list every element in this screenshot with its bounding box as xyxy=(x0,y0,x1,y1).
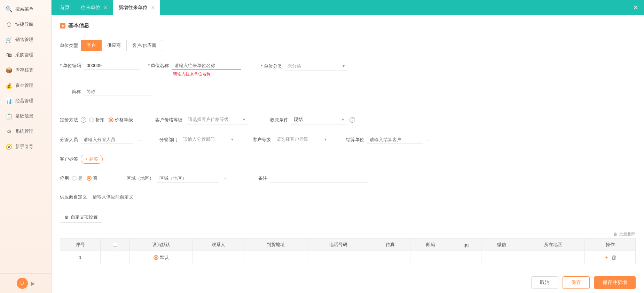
manager-input[interactable] xyxy=(81,136,133,144)
sidebar-item-guide[interactable]: 🧭 新手引导 xyxy=(0,139,51,154)
unit-btn-supplier[interactable]: 供应商 xyxy=(102,40,127,51)
cell-region[interactable] xyxy=(522,251,585,264)
pricing-help-icon[interactable]: ? xyxy=(81,117,86,123)
tab-new-partner[interactable]: 新增往来单位 ✕ xyxy=(113,0,160,15)
sidebar-item-sales[interactable]: 🛒 销售管理 xyxy=(0,32,51,47)
manager-row: 分管人员 ··· 分管部门 请输入分管部门 ▾ 客户等级 请选择客户等级 ▾ 结… xyxy=(60,135,636,144)
custom-settings-button[interactable]: ⚙ 自定义项设置 xyxy=(60,212,102,223)
sidebar-item-finance[interactable]: 💰 资金管理 xyxy=(0,78,51,93)
sidebar-item-basic[interactable]: 📋 基础信息 xyxy=(0,108,51,124)
unit-btn-customer[interactable]: 客户 xyxy=(81,40,102,51)
sidebar-item-operations[interactable]: 📊 经营管理 xyxy=(0,93,51,108)
unit-type-row: 单位类型 客户 供应商 客户/供应商 xyxy=(60,40,636,51)
cell-checkbox[interactable] xyxy=(101,251,130,264)
col-email: 邮箱 xyxy=(410,239,451,251)
remark-input[interactable] xyxy=(270,174,368,182)
cell-fax[interactable] xyxy=(370,251,410,264)
tab-bar: 首页 往来单位 ✕ 新增往来单位 ✕ ✕ xyxy=(52,0,644,15)
customer-tag-row: 客户标签 + 标签 xyxy=(60,155,636,164)
section-icon: ■ xyxy=(60,23,65,29)
col-actions: 操作 xyxy=(585,239,636,251)
settlement-unit-group: 结算单位 ··· xyxy=(346,136,432,144)
unit-type-group: 单位类型 客户 供应商 客户/供应商 xyxy=(60,40,162,51)
settlement-more-btn[interactable]: ··· xyxy=(425,137,432,143)
region-input[interactable] xyxy=(157,174,219,182)
unit-name-input[interactable] xyxy=(172,62,241,70)
tab-home[interactable]: 首页 xyxy=(54,0,75,15)
customer-level-select[interactable]: 请选择客户等级 ▾ xyxy=(274,135,329,144)
cell-email[interactable] xyxy=(410,251,451,264)
save-button[interactable]: 保存 xyxy=(563,276,590,289)
tab-partners-close[interactable]: ✕ xyxy=(104,5,107,10)
row-checkbox[interactable] xyxy=(113,255,117,259)
delete-row-btn[interactable]: 🗑 xyxy=(611,254,617,261)
sidebar-item-label: 资金管理 xyxy=(15,82,33,89)
sidebar-expand-icon[interactable]: ▶ xyxy=(31,280,35,287)
batch-delete-icon: 🗑 xyxy=(613,232,618,237)
customer-price-level-select[interactable]: 请选择客户价格等级 ▾ xyxy=(185,115,248,124)
sidebar-item-label: 搜索菜单 xyxy=(15,6,33,12)
radio-no[interactable]: 否 xyxy=(87,175,97,181)
main-area: 首页 往来单位 ✕ 新增往来单位 ✕ ✕ ■ 基本信息 单位类型 客户 供应 xyxy=(52,0,644,293)
manager-more-btn[interactable]: ··· xyxy=(136,137,143,143)
batch-delete-btn[interactable]: 🗑 批量删除 xyxy=(60,231,636,237)
cell-contact[interactable] xyxy=(193,251,244,264)
tab-new-partner-label: 新增往来单位 xyxy=(118,5,148,11)
disabled-group: 停用 是 否 xyxy=(60,175,97,181)
customer-level-group: 客户等级 请选择客户等级 ▾ xyxy=(253,135,329,144)
payment-help-icon[interactable]: ? xyxy=(350,117,355,123)
unit-category-select[interactable]: 未分类 ▾ xyxy=(285,62,347,71)
custom-settings-row: ⚙ 自定义项设置 xyxy=(60,212,636,223)
quicknav-icon: ⬡ xyxy=(6,21,13,28)
cell-phone[interactable] xyxy=(307,251,370,264)
unit-btn-both[interactable]: 客户/供应商 xyxy=(127,40,162,51)
customer-price-level-label: 客户价格等级 xyxy=(155,117,182,123)
cancel-button[interactable]: 取消 xyxy=(531,276,558,289)
select-all-checkbox[interactable] xyxy=(113,242,117,246)
cell-qq[interactable] xyxy=(451,251,481,264)
tab-new-partner-close[interactable]: ✕ xyxy=(151,5,155,10)
add-tag-button[interactable]: + 标签 xyxy=(81,155,103,164)
radio-price-level-circle xyxy=(109,117,113,122)
short-name-label: 简称 xyxy=(60,89,81,95)
customer-level-label: 客户等级 xyxy=(253,137,271,143)
sidebar-item-search[interactable]: 🔍 搜索菜单 xyxy=(0,1,51,17)
unit-code-input[interactable] xyxy=(84,62,140,70)
save-and-new-button[interactable]: 保存并新增 xyxy=(594,276,636,289)
department-select[interactable]: 请输入分管部门 ▾ xyxy=(180,135,236,144)
radio-discount-circle xyxy=(89,117,94,122)
radio-price-level[interactable]: 价格等级 xyxy=(109,117,133,123)
pricing-method-label: 定价方法 xyxy=(60,117,78,123)
user-avatar[interactable]: U xyxy=(17,278,28,289)
sidebar-item-quicknav[interactable]: ⬡ 快捷导航 xyxy=(0,17,51,32)
short-name-group: 简称 xyxy=(60,88,153,96)
default-radio[interactable]: 默认 xyxy=(133,254,189,261)
radio-discount-label: 折扣 xyxy=(95,117,104,123)
short-name-row: 简称 xyxy=(60,88,636,96)
sidebar-item-inventory[interactable]: 📦 库存核算 xyxy=(0,63,51,78)
supplier-custom-input[interactable] xyxy=(90,193,194,201)
cell-wechat[interactable] xyxy=(481,251,522,264)
system-icon: ⚙ xyxy=(6,128,13,135)
radio-yes[interactable]: 是 xyxy=(72,175,83,181)
unit-category-group: * 单位分类 未分类 ▾ xyxy=(261,62,347,71)
radio-price-level-label: 价格等级 xyxy=(115,117,133,123)
cell-address[interactable] xyxy=(244,251,307,264)
tab-bar-close-btn[interactable]: ✕ xyxy=(630,4,641,11)
operations-icon: 📊 xyxy=(6,97,13,104)
tab-partners[interactable]: 往来单位 ✕ xyxy=(75,0,113,15)
radio-discount[interactable]: 折扣 xyxy=(89,117,104,123)
department-group: 分管部门 请输入分管部门 ▾ xyxy=(159,135,236,144)
batch-delete-label: 批量删除 xyxy=(619,231,636,237)
settlement-unit-input[interactable] xyxy=(367,136,423,144)
payment-terms-select[interactable]: 现结 ▾ xyxy=(291,115,347,124)
sidebar-item-purchase[interactable]: 🛍 采购管理 xyxy=(0,47,51,63)
disabled-radio-group: 是 否 xyxy=(72,175,97,181)
short-name-input[interactable] xyxy=(84,88,153,96)
chevron-down-icon-2: ▾ xyxy=(243,117,245,122)
region-more-btn[interactable]: ··· xyxy=(222,176,229,181)
sidebar-item-system[interactable]: ⚙ 系统管理 xyxy=(0,124,51,139)
finance-icon: 💰 xyxy=(6,82,13,89)
col-wechat: 微信 xyxy=(481,239,522,251)
add-row-btn[interactable]: ＋ xyxy=(604,254,609,261)
